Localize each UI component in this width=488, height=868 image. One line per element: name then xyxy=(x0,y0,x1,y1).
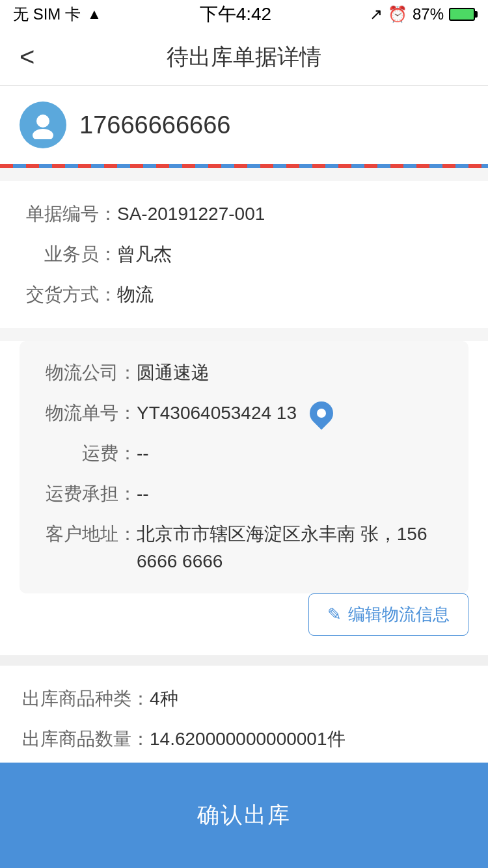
delivery-method-row: 交货方式： 物流 xyxy=(20,281,468,308)
user-header: 17666666666 xyxy=(0,86,488,164)
customer-address-row: 客户地址： 北京市市辖区海淀区永丰南 张，156 6666 6666 xyxy=(39,521,449,575)
document-info-section: 单据编号： SA-20191227-001 业务员： 曾凡杰 交货方式： 物流 xyxy=(0,181,488,328)
nav-bar: < 待出库单据详情 xyxy=(0,29,488,86)
alarm-icon: ⏰ xyxy=(388,5,407,23)
logistics-card: 物流公司： 圆通速递 物流单号： YT43064053424 13 运费： --… xyxy=(20,341,468,593)
edit-logistics-btn-wrapper: ✎ 编辑物流信息 xyxy=(0,593,488,655)
edit-logistics-button[interactable]: ✎ 编辑物流信息 xyxy=(308,593,468,636)
outbound-type-row: 出库商品种类： 4种 xyxy=(20,685,468,712)
salesperson-value: 曾凡杰 xyxy=(117,241,468,268)
status-left: 无 SIM 卡 ▲ xyxy=(13,4,102,25)
status-right: ↗ ⏰ 87% xyxy=(370,5,475,23)
logistics-company-row: 物流公司： 圆通速递 xyxy=(39,359,449,387)
delivery-method-value: 物流 xyxy=(117,281,468,308)
dashed-separator xyxy=(0,164,488,168)
customer-address-label: 客户地址： xyxy=(39,521,137,548)
freight-row: 运费： -- xyxy=(39,440,449,467)
wifi-icon: ▲ xyxy=(87,6,102,23)
salesperson-row: 业务员： 曾凡杰 xyxy=(20,241,468,268)
doc-number-row: 单据编号： SA-20191227-001 xyxy=(20,200,468,228)
salesperson-label: 业务员： xyxy=(20,241,117,268)
svg-point-0 xyxy=(36,115,49,128)
status-bar: 无 SIM 卡 ▲ 下午4:42 ↗ ⏰ 87% xyxy=(0,0,488,29)
location-icon[interactable] xyxy=(305,397,338,430)
svg-point-1 xyxy=(33,129,53,139)
edit-icon: ✎ xyxy=(327,604,342,625)
outbound-qty-label: 出库商品数量： xyxy=(20,726,150,753)
freight-bear-label: 运费承担： xyxy=(39,480,137,508)
back-button[interactable]: < xyxy=(20,42,34,72)
outbound-qty-row: 出库商品数量： 14.620000000000001件 xyxy=(20,726,468,753)
avatar xyxy=(20,102,66,148)
confirm-outbound-button[interactable]: 确认出库 xyxy=(20,782,468,848)
logistics-number-row: 物流单号： YT43064053424 13 xyxy=(39,400,449,427)
status-time: 下午4:42 xyxy=(200,2,272,27)
doc-number-value: SA-20191227-001 xyxy=(117,200,468,228)
battery-label: 87% xyxy=(413,5,444,23)
freight-bear-value: -- xyxy=(137,480,449,508)
logistics-company-value: 圆通速递 xyxy=(137,359,449,387)
confirm-btn-wrapper: 确认出库 xyxy=(0,763,488,868)
logistics-number-label: 物流单号： xyxy=(39,400,137,427)
doc-number-label: 单据编号： xyxy=(20,200,117,228)
logistics-section: 物流公司： 圆通速递 物流单号： YT43064053424 13 运费： --… xyxy=(0,341,488,655)
user-phone: 17666666666 xyxy=(79,111,230,139)
delivery-method-label: 交货方式： xyxy=(20,281,117,308)
section-separator xyxy=(0,655,488,666)
edit-logistics-label: 编辑物流信息 xyxy=(348,603,450,626)
outbound-qty-value: 14.620000000000001件 xyxy=(150,726,468,753)
battery-icon xyxy=(449,8,475,21)
nav-title: 待出库单据详情 xyxy=(167,42,321,72)
logistics-company-label: 物流公司： xyxy=(39,359,137,387)
carrier-label: 无 SIM 卡 xyxy=(13,4,81,25)
freight-label: 运费： xyxy=(39,440,137,467)
customer-address-value: 北京市市辖区海淀区永丰南 张，156 6666 6666 xyxy=(137,521,449,575)
location-status-icon: ↗ xyxy=(370,5,383,23)
logistics-number-value: YT43064053424 13 xyxy=(137,400,449,427)
freight-value: -- xyxy=(137,440,449,467)
outbound-type-value: 4种 xyxy=(150,685,468,712)
outbound-type-label: 出库商品种类： xyxy=(20,685,150,712)
freight-bear-row: 运费承担： -- xyxy=(39,480,449,508)
